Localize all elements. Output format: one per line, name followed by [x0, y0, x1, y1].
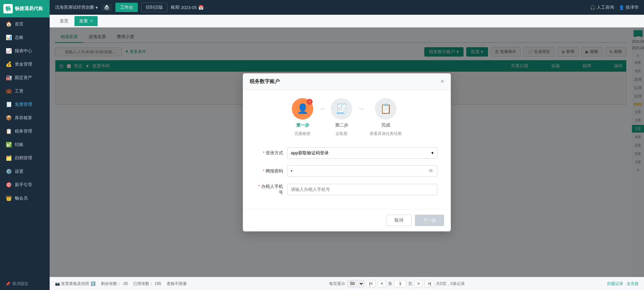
- password-label: * 网报密码: [256, 168, 283, 174]
- cancel-fixed-btn[interactable]: 📌 取消固定: [0, 277, 50, 290]
- app-logo: 畅 畅捷通易代账: [0, 0, 50, 17]
- content-area: 销项发票 进项发票 费用小票 🔍 ▼ 更多条件: [50, 27, 644, 277]
- sidebar-item-归档管理[interactable]: 🗂️ 归档管理: [0, 151, 50, 165]
- first-page-btn[interactable]: |<: [366, 280, 376, 287]
- sidebar-item-畅会员[interactable]: 👑 畅会员: [0, 192, 50, 205]
- sidebar-item-资金管理[interactable]: 💰 资金管理: [0, 58, 50, 71]
- tab-invoice-label: 发票: [79, 18, 88, 24]
- sidebar-item-报表中心[interactable]: 📈 报表中心: [0, 44, 50, 58]
- password-input[interactable]: [291, 168, 428, 173]
- period-display: 账期 2023-05 📅: [171, 4, 204, 10]
- step-arrow-2: →: [352, 105, 370, 113]
- select-chevron-icon: ▾: [431, 150, 434, 155]
- sidebar-icon-1: 📊: [5, 34, 12, 41]
- per-page-label: 每页显示: [329, 281, 345, 287]
- sidebar-icon-5: 💼: [5, 88, 12, 94]
- pin-icon: 📌: [5, 282, 10, 286]
- print-icon-btn[interactable]: 🖨️: [101, 4, 112, 11]
- company-selector[interactable]: 沈海英测试经营勿删 ▾: [55, 4, 98, 10]
- page-suffix: 页: [408, 281, 412, 287]
- uncertain-label: 查验不限量: [167, 281, 187, 287]
- sidebar-label-2: 报表中心: [15, 48, 32, 54]
- next-btn[interactable]: 下一步: [415, 215, 444, 226]
- calendar-icon: 📅: [198, 5, 204, 10]
- step-3-icon: 📋: [375, 98, 396, 120]
- phone-row: * 办税人手机号: [256, 184, 437, 196]
- tab-invoice[interactable]: 发票 ✕: [74, 16, 98, 26]
- tab-home[interactable]: 首页: [55, 16, 73, 26]
- support-label: 人工咨询: [597, 4, 614, 10]
- sidebar-icon-10: 🗂️: [5, 155, 12, 161]
- check-icon: 📷: [55, 281, 60, 286]
- sidebar-icon-6: 🧾: [5, 101, 12, 107]
- steps-container: 👤 ! 第一步 完善账密 → 🧾: [256, 98, 437, 137]
- login-method-label: * 登录方式: [256, 150, 283, 156]
- modal-body: 👤 ! 第一步 完善账密 → 🧾: [243, 90, 451, 209]
- modal-close-btn[interactable]: ×: [440, 78, 444, 85]
- step-3: 📋 完成 查看具体任务结果: [370, 98, 402, 137]
- sidebar-item-发票管理[interactable]: 🧾 发票管理: [0, 98, 50, 111]
- step-arrow-1: →: [313, 105, 331, 113]
- switch-version-btn[interactable]: 切到旧版: [141, 3, 167, 12]
- sidebar-label-9: 结账: [15, 142, 23, 148]
- sidebar-label-3: 资金管理: [15, 61, 32, 67]
- sidebar-item-税务管理[interactable]: 📋 税务管理: [0, 125, 50, 138]
- page-input[interactable]: [394, 280, 406, 287]
- step-1: 👤 ! 第一步 完善账密: [292, 98, 313, 137]
- sidebar-item-结账[interactable]: ✅ 结账: [0, 138, 50, 151]
- page-label: 第: [388, 281, 392, 287]
- sidebar-label-10: 归档管理: [15, 155, 32, 161]
- used-display: 已用张数： 195: [133, 281, 161, 287]
- sidebar-icon-9: ✅: [5, 142, 12, 148]
- per-page-select[interactable]: 50 100 200: [347, 280, 364, 287]
- tax-digital-modal: 税务数字账户 × 👤 ! 第一步 完善账密: [243, 73, 451, 231]
- sidebar-item-新手引导[interactable]: 🎯 新手引导: [0, 178, 50, 192]
- user-avatar-icon: 👤: [619, 5, 624, 10]
- workspace-btn[interactable]: 工作台: [115, 3, 138, 12]
- support-link[interactable]: 🎧 人工咨询: [590, 4, 614, 10]
- sidebar-label-5: 工资: [15, 88, 23, 94]
- tabbar: 首页 发票 ✕: [50, 15, 644, 27]
- total-label: 共0页，0条记录: [436, 281, 465, 287]
- last-page-btn[interactable]: >|: [425, 280, 434, 287]
- tab-invoice-close[interactable]: ✕: [90, 19, 93, 23]
- topbar: 沈海英测试经营勿删 ▾ 🖨️ 工作台 切到旧版 账期 2023-05 📅 🎧 人…: [50, 0, 644, 15]
- step-3-desc: 查看具体任务结果: [370, 131, 402, 137]
- phone-input[interactable]: [291, 187, 434, 192]
- chevron-down-icon: ▾: [96, 5, 98, 10]
- recharge-link[interactable]: 去充值: [627, 281, 639, 286]
- next-page-btn[interactable]: >: [414, 280, 423, 287]
- sidebar-item-总账[interactable]: 📊 总账: [0, 31, 50, 44]
- step-1-badge: !: [307, 99, 313, 105]
- user-name: 徐泽华: [626, 4, 639, 10]
- sidebar-icon-2: 📈: [5, 48, 12, 54]
- sidebar-label-12: 新手引导: [15, 182, 32, 188]
- info-icon: ℹ️: [91, 281, 96, 286]
- sidebar-label-13: 畅会员: [15, 195, 28, 201]
- modal-title: 税务数字账户: [250, 78, 280, 85]
- user-menu[interactable]: 👤 徐泽华: [619, 4, 639, 10]
- sidebar-item-库存核算[interactable]: 📦 库存核算: [0, 111, 50, 125]
- step-1-label: 第一步: [296, 122, 309, 128]
- report-link[interactable]: 扫题记录: [607, 281, 623, 286]
- sidebar-label-8: 税务管理: [15, 128, 32, 134]
- sidebar-icon-4: 🏭: [5, 75, 12, 81]
- sidebar-item-设置[interactable]: ⚙️ 设置: [0, 165, 50, 178]
- step-1-desc: 完善账密: [294, 131, 311, 137]
- password-toggle-icon[interactable]: 👁: [428, 168, 434, 174]
- sidebar-label-6: 发票管理: [15, 101, 32, 107]
- sidebar-item-首页[interactable]: 🏠 首页: [0, 17, 50, 31]
- period-value: 2023-05: [181, 5, 197, 10]
- step-2-label: 第二步: [335, 122, 348, 128]
- step-1-person-icon: 👤: [297, 103, 309, 114]
- sidebar-item-工资[interactable]: 💼 工资: [0, 84, 50, 98]
- prev-page-btn[interactable]: <: [378, 280, 386, 287]
- login-method-row: * 登录方式 app获取验证码登录 ▾: [256, 147, 437, 159]
- sidebar: 畅 畅捷通易代账 🏠 首页 📊 总账 📈 报表中心 💰 资金管理 🏭 固定资产 …: [0, 0, 50, 290]
- sidebar-item-固定资产[interactable]: 🏭 固定资产: [0, 71, 50, 84]
- sidebar-icon-8: 📋: [5, 128, 12, 134]
- login-method-select[interactable]: app获取验证码登录 ▾: [287, 147, 437, 159]
- headphone-icon: 🎧: [590, 5, 595, 10]
- cancel-btn[interactable]: 取消: [386, 215, 412, 226]
- sidebar-label-0: 首页: [15, 21, 23, 27]
